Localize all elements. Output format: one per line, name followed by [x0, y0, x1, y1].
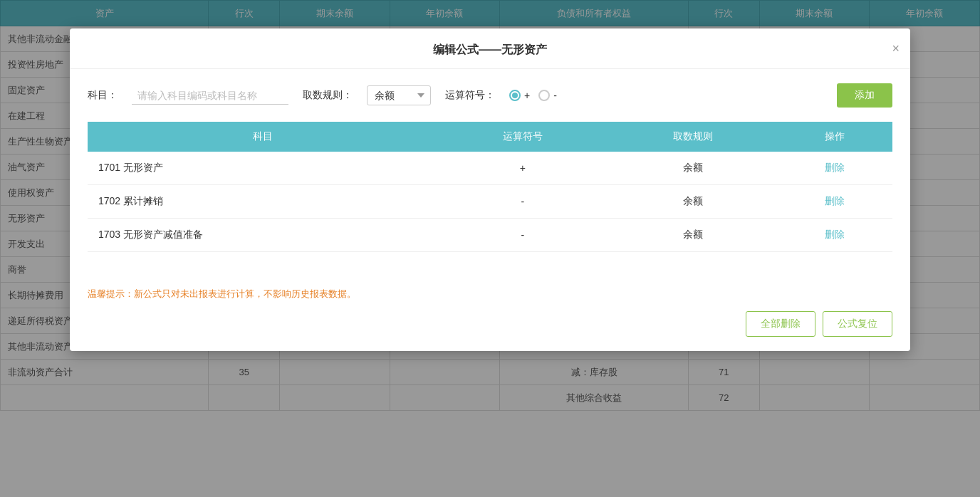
rule-label: 取数规则： — [303, 89, 353, 102]
notice-text: 温馨提示：新公式只对未出报表进行计算，不影响历史报表数据。 — [88, 288, 892, 300]
footer-buttons: 全部删除 公式复位 — [88, 311, 892, 337]
modal-body: 科目： 取数规则： 余额 借方 贷方 借方累计 贷方累计 运算符号： — [70, 69, 910, 281]
rule-select-wrapper: 余额 借方 贷方 借方累计 贷方累计 — [367, 85, 431, 105]
row3-subject: 1703 无形资产减值准备 — [88, 219, 437, 252]
delete-all-button[interactable]: 全部删除 — [746, 311, 815, 337]
row3-operator: - — [437, 219, 608, 252]
operator-minus-option[interactable]: - — [538, 90, 557, 101]
row3-delete-link[interactable]: 删除 — [825, 229, 845, 240]
col-operator-header: 运算符号 — [437, 122, 608, 152]
row1-subject: 1701 无形资产 — [88, 152, 437, 185]
row2-action: 删除 — [778, 185, 892, 219]
row2-delete-link[interactable]: 删除 — [825, 195, 845, 206]
row1-action: 删除 — [778, 152, 892, 185]
form-row: 科目： 取数规则： 余额 借方 贷方 借方累计 贷方累计 运算符号： — [88, 83, 892, 108]
row1-operator: + — [437, 152, 608, 185]
row2-subject: 1702 累计摊销 — [88, 185, 437, 219]
modal-footer: 温馨提示：新公式只对未出报表进行计算，不影响历史报表数据。 全部删除 公式复位 — [70, 281, 910, 351]
col-action-header: 操作 — [778, 122, 892, 152]
row2-operator: - — [437, 185, 608, 219]
modal-header: 编辑公式——无形资产 × — [70, 28, 910, 69]
col-rule-header: 取数规则 — [608, 122, 778, 152]
table-row: 1701 无形资产 + 余额 删除 — [88, 152, 892, 185]
add-button[interactable]: 添加 — [837, 83, 892, 108]
row1-rule: 余额 — [608, 152, 778, 185]
row3-action: 删除 — [778, 219, 892, 252]
row2-rule: 余额 — [608, 185, 778, 219]
operator-plus-label: + — [524, 90, 530, 101]
modal-title: 编辑公式——无形资产 — [433, 43, 547, 56]
table-row: 1703 无形资产减值准备 - 余额 删除 — [88, 219, 892, 252]
operator-minus-radio[interactable] — [538, 90, 550, 101]
subject-label: 科目： — [88, 89, 118, 102]
modal-overlay: 编辑公式——无形资产 × 科目： 取数规则： 余额 借方 贷方 借方累计 贷方累… — [0, 0, 980, 497]
col-subject-header: 科目 — [88, 122, 437, 152]
operator-minus-label: - — [553, 90, 557, 101]
rule-select[interactable]: 余额 借方 贷方 借方累计 贷方累计 — [367, 85, 431, 105]
formula-table: 科目 运算符号 取数规则 操作 1701 无形资产 + 余额 删除 — [88, 122, 892, 252]
edit-formula-modal: 编辑公式——无形资产 × 科目： 取数规则： 余额 借方 贷方 借方累计 贷方累… — [70, 28, 910, 351]
row1-delete-link[interactable]: 删除 — [825, 162, 845, 173]
operator-label: 运算符号： — [445, 89, 495, 102]
subject-input[interactable] — [132, 87, 288, 105]
table-row: 1702 累计摊销 - 余额 删除 — [88, 185, 892, 219]
reset-formula-button[interactable]: 公式复位 — [823, 311, 892, 337]
operator-plus-option[interactable]: + — [509, 90, 530, 101]
modal-close-button[interactable]: × — [892, 42, 900, 55]
operator-plus-radio[interactable] — [509, 90, 521, 101]
row3-rule: 余额 — [608, 219, 778, 252]
operator-radio-group: + - — [509, 90, 557, 101]
